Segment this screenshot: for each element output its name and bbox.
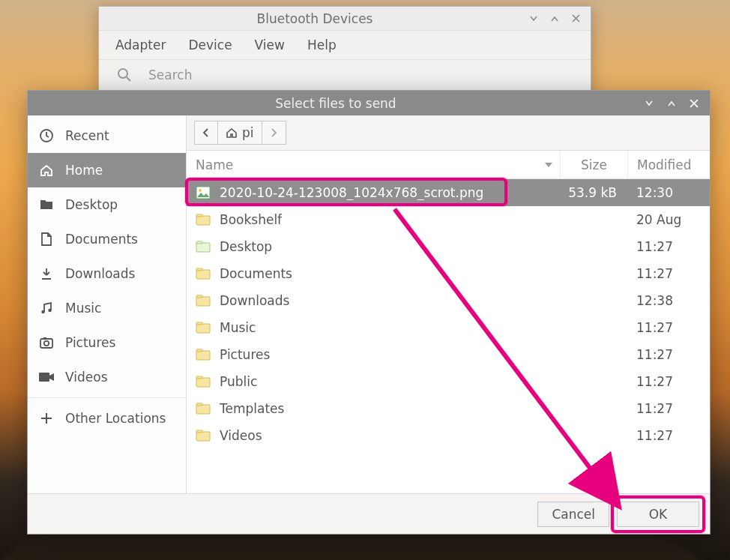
sidebar-item-pictures[interactable]: Pictures bbox=[28, 325, 186, 360]
file-modified: 11:27 bbox=[627, 428, 710, 443]
file-name: Desktop bbox=[220, 239, 272, 254]
svg-point-0 bbox=[118, 69, 127, 78]
sidebar-item-label: Other Locations bbox=[65, 411, 166, 426]
folder-icon bbox=[196, 212, 211, 227]
file-modified: 11:27 bbox=[627, 347, 710, 362]
dialog-titlebar: Select files to send bbox=[28, 91, 710, 115]
folder-icon bbox=[196, 401, 211, 416]
maximize-icon[interactable] bbox=[544, 8, 565, 29]
sidebar-item-videos[interactable]: Videos bbox=[28, 360, 186, 394]
minimize-icon[interactable] bbox=[523, 8, 544, 29]
sidebar-item-desktop[interactable]: Desktop bbox=[28, 187, 186, 222]
dialog-minimize-icon[interactable] bbox=[638, 92, 660, 115]
bt-window-title: Bluetooth Devices bbox=[106, 11, 523, 26]
folder-icon bbox=[196, 266, 211, 281]
close-icon[interactable] bbox=[565, 8, 586, 29]
dialog-maximize-icon[interactable] bbox=[660, 92, 683, 115]
svg-rect-28 bbox=[196, 430, 202, 433]
column-modified[interactable]: Modified bbox=[627, 151, 710, 178]
path-segment-home[interactable]: pi bbox=[218, 121, 262, 145]
cancel-button[interactable]: Cancel bbox=[537, 502, 609, 527]
svg-rect-23 bbox=[196, 378, 210, 387]
folder-row[interactable]: Music11:27 bbox=[187, 314, 710, 341]
svg-rect-15 bbox=[196, 270, 210, 279]
svg-rect-20 bbox=[196, 322, 202, 325]
download-icon bbox=[38, 266, 55, 281]
file-modified: 11:27 bbox=[627, 320, 710, 335]
path-prev-button[interactable] bbox=[194, 121, 218, 145]
sidebar-item-label: Downloads bbox=[65, 266, 135, 281]
column-headers: Name Size Modified bbox=[187, 151, 710, 179]
sidebar-item-recent[interactable]: Recent bbox=[28, 118, 186, 153]
home-icon bbox=[38, 163, 55, 178]
sidebar-item-downloads[interactable]: Downloads bbox=[28, 256, 186, 291]
sidebar-item-home[interactable]: Home bbox=[28, 153, 186, 187]
folder-icon bbox=[196, 428, 211, 443]
folder-row[interactable]: Bookshelf20 Aug bbox=[187, 206, 710, 233]
file-chooser-dialog: Select files to send RecentHomeDesktopDo… bbox=[27, 90, 711, 535]
file-modified: 11:27 bbox=[627, 266, 710, 281]
sidebar-item-label: Pictures bbox=[65, 335, 115, 350]
ok-button[interactable]: OK bbox=[617, 502, 699, 527]
sidebar-item-documents[interactable]: Documents bbox=[28, 222, 186, 256]
file-row[interactable]: 2020-10-24-123008_1024x768_scrot.png53.9… bbox=[187, 179, 710, 206]
folder-row[interactable]: Documents11:27 bbox=[187, 260, 710, 287]
menu-view[interactable]: View bbox=[244, 33, 295, 57]
menu-adapter[interactable]: Adapter bbox=[105, 33, 176, 57]
dialog-close-icon[interactable] bbox=[683, 92, 705, 115]
file-name: Public bbox=[220, 374, 257, 389]
sidebar-item-label: Documents bbox=[65, 232, 138, 247]
svg-rect-7 bbox=[43, 337, 46, 340]
path-next-button[interactable] bbox=[262, 121, 286, 145]
svg-rect-16 bbox=[196, 268, 202, 271]
svg-rect-25 bbox=[196, 405, 210, 414]
bt-toolbar-search-label: Search bbox=[148, 67, 192, 82]
file-modified: 20 Aug bbox=[627, 212, 710, 227]
svg-point-6 bbox=[44, 341, 49, 346]
music-icon bbox=[38, 301, 55, 316]
file-name: Bookshelf bbox=[220, 212, 282, 227]
folder-row[interactable]: Public11:27 bbox=[187, 368, 710, 395]
svg-rect-17 bbox=[196, 297, 210, 306]
file-name: 2020-10-24-123008_1024x768_scrot.png bbox=[220, 185, 483, 200]
folder-row[interactable]: Templates11:27 bbox=[187, 395, 710, 422]
svg-rect-19 bbox=[196, 324, 210, 333]
file-modified: 11:27 bbox=[627, 239, 710, 254]
folder-row[interactable]: Pictures11:27 bbox=[187, 341, 710, 368]
svg-line-1 bbox=[127, 77, 130, 81]
dialog-title: Select files to send bbox=[34, 96, 638, 111]
path-segment-label: pi bbox=[242, 125, 254, 140]
search-icon bbox=[117, 67, 132, 82]
folder-icon bbox=[196, 374, 211, 389]
column-size[interactable]: Size bbox=[560, 151, 627, 178]
places-sidebar: RecentHomeDesktopDocumentsDownloadsMusic… bbox=[28, 115, 187, 493]
sidebar-item-label: Videos bbox=[65, 370, 108, 385]
file-name: Documents bbox=[220, 266, 292, 281]
file-name: Videos bbox=[220, 428, 262, 443]
sidebar-separator bbox=[28, 397, 186, 398]
svg-rect-12 bbox=[196, 214, 202, 217]
column-name[interactable]: Name bbox=[187, 157, 560, 172]
sidebar-item-label: Desktop bbox=[65, 197, 118, 212]
bt-toolbar: Search bbox=[99, 59, 591, 89]
home-icon bbox=[226, 127, 238, 139]
svg-rect-22 bbox=[196, 349, 202, 352]
svg-rect-27 bbox=[196, 432, 210, 441]
sidebar-item-music[interactable]: Music bbox=[28, 291, 186, 325]
file-modified: 12:30 bbox=[627, 185, 710, 200]
sidebar-item-other[interactable]: Other Locations bbox=[28, 401, 186, 436]
svg-rect-13 bbox=[196, 243, 210, 252]
menu-device[interactable]: Device bbox=[178, 33, 242, 57]
svg-rect-18 bbox=[196, 295, 202, 298]
folder-icon bbox=[196, 320, 211, 335]
folder-icon bbox=[196, 239, 211, 254]
sort-desc-icon bbox=[545, 163, 552, 167]
bt-titlebar: Bluetooth Devices bbox=[99, 7, 591, 31]
menu-help[interactable]: Help bbox=[297, 33, 347, 57]
svg-rect-21 bbox=[196, 351, 210, 360]
folder-row[interactable]: Videos11:27 bbox=[187, 422, 710, 449]
folder-row[interactable]: Desktop11:27 bbox=[187, 233, 710, 260]
folder-row[interactable]: Downloads12:38 bbox=[187, 287, 710, 314]
svg-rect-8 bbox=[39, 373, 49, 382]
file-panel: pi Name Size bbox=[187, 115, 710, 493]
